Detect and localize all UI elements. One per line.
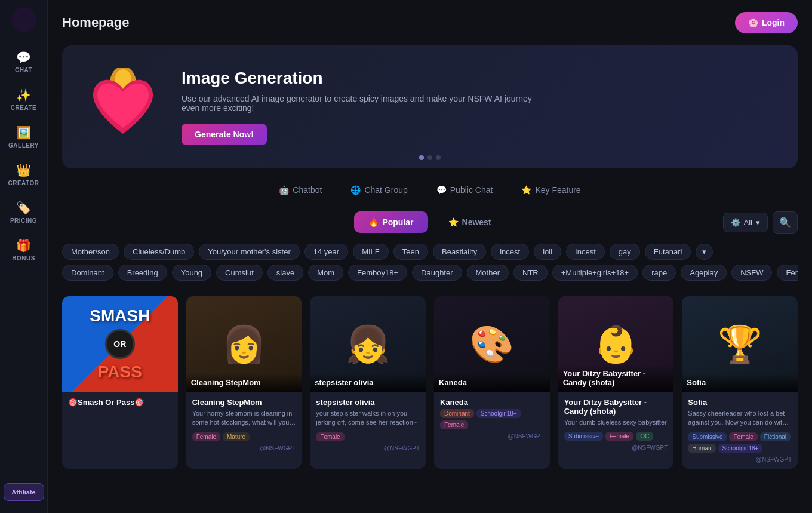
- list-item[interactable]: Ageplay: [681, 265, 727, 281]
- card-kaneda[interactable]: 🎨 Kaneda Kaneda DominantSchoolgirl18+Fem…: [434, 296, 550, 469]
- banner-content: Image Generation Use our advanced AI ima…: [182, 69, 779, 145]
- list-item[interactable]: Clueless/Dumb: [124, 244, 194, 260]
- list-item[interactable]: slave: [267, 265, 303, 281]
- tab-chatbot[interactable]: 🤖 Chatbot: [268, 180, 333, 199]
- bonus-icon: 🎁: [16, 238, 31, 253]
- affiliate-button[interactable]: Affiliate: [4, 483, 44, 501]
- sidebar-item-pricing[interactable]: 🏷️ PRICING: [0, 195, 47, 230]
- card-title: Kaneda: [440, 398, 544, 407]
- tab-public-chat[interactable]: 💬 Public Chat: [426, 180, 504, 199]
- list-item[interactable]: Dominant: [62, 265, 113, 281]
- list-item[interactable]: Mom: [308, 265, 343, 281]
- sidebar: 🌸 💬 CHAT ✨ CREATE 🖼️ GALLERY 👑 CREATOR 🏷…: [0, 0, 48, 513]
- card-overlay: stepsister olivia: [310, 373, 426, 392]
- or-badge: OR: [105, 329, 135, 359]
- list-item[interactable]: Teen: [393, 244, 428, 260]
- tags-container: Mother/sonClueless/DumbYou/your mother's…: [62, 244, 798, 285]
- newest-filter-button[interactable]: ⭐ Newest: [434, 211, 506, 233]
- sidebar-item-creator[interactable]: 👑 CREATOR: [0, 157, 47, 192]
- chat-group-icon: 🌐: [350, 185, 361, 195]
- card-tag: Submissive: [564, 432, 603, 441]
- card-title: stepsister olivia: [316, 398, 420, 407]
- card-overlay-title: Kaneda: [439, 378, 545, 387]
- login-button[interactable]: 🌸 Login: [735, 12, 798, 33]
- card-overlay: Kaneda: [434, 373, 550, 392]
- expand-tags-button[interactable]: ▾: [696, 244, 713, 260]
- sidebar-item-bonus[interactable]: 🎁 BONUS: [0, 232, 47, 268]
- card-cleaning-stepmom[interactable]: 👩 Cleaning StepMom Cleaning StepMom Your…: [186, 296, 302, 469]
- tab-chat-group[interactable]: 🌐 Chat Group: [340, 180, 418, 199]
- list-item[interactable]: gay: [610, 244, 640, 260]
- list-item[interactable]: loli: [534, 244, 561, 260]
- creator-icon: 👑: [16, 163, 31, 177]
- search-button[interactable]: 🔍: [773, 211, 798, 234]
- list-item[interactable]: Beastiality: [433, 244, 486, 260]
- svg-point-0: [11, 7, 36, 32]
- card-smash-or-pass[interactable]: SMASH OR PASS 🎯Smash Or Pass🎯: [62, 296, 178, 469]
- list-item[interactable]: Breeding: [118, 265, 167, 281]
- tab-navigation: 🤖 Chatbot 🌐 Chat Group 💬 Public Chat ⭐ K…: [62, 180, 798, 199]
- card-title: Cleaning StepMom: [192, 398, 296, 407]
- create-icon: ✨: [16, 88, 31, 102]
- all-dropdown[interactable]: ⚙️ All ▾: [723, 213, 768, 232]
- card-overlay: Cleaning StepMom: [186, 373, 302, 392]
- smash-card-body: 🎯Smash Or Pass🎯: [62, 392, 178, 415]
- list-item[interactable]: Daughter: [412, 265, 462, 281]
- list-item[interactable]: NTR: [513, 265, 548, 281]
- list-item[interactable]: Mother/son: [62, 244, 119, 260]
- card-tag: Mature: [223, 432, 250, 441]
- card-ditzy-babysitter[interactable]: 👶 Your Ditzy Babysitter - Candy (shota) …: [558, 296, 674, 469]
- card-body: Kaneda DominantSchoolgirl18+Female @NSFW…: [434, 392, 550, 446]
- list-item[interactable]: Futanari: [645, 244, 691, 260]
- list-item[interactable]: You/your mother's sister: [199, 244, 300, 260]
- sidebar-item-create[interactable]: ✨ CREATE: [0, 82, 47, 117]
- popular-filter-button[interactable]: 🔥 Popular: [354, 211, 427, 233]
- generate-button[interactable]: Generate Now!: [182, 124, 267, 145]
- list-item[interactable]: Femboy18+: [348, 265, 407, 281]
- card-image: 🎨 Kaneda: [434, 296, 550, 392]
- logo[interactable]: 🌸: [11, 7, 36, 35]
- smash-title: SMASH: [90, 306, 150, 325]
- card-title: Sofia: [688, 398, 792, 407]
- banner-dots: [419, 155, 441, 160]
- banner-dot-1[interactable]: [419, 155, 424, 160]
- page-title: Homepage: [62, 15, 129, 30]
- card-overlay-title: stepsister olivia: [315, 378, 421, 387]
- list-item[interactable]: Young: [172, 265, 211, 281]
- card-creator: @NSFWGPT: [564, 444, 668, 451]
- list-item[interactable]: MILF: [353, 244, 389, 260]
- banner-image: [81, 62, 165, 152]
- card-tag: Fictional: [760, 432, 791, 441]
- tags-row-2: DominantBreedingYoungCumslutslaveMomFemb…: [62, 265, 798, 281]
- card-stepsister-olivia[interactable]: 👧 stepsister olivia stepsister olivia yo…: [310, 296, 426, 469]
- card-image: 👶 Your Ditzy Babysitter - Candy (shota): [558, 296, 674, 392]
- list-item[interactable]: incest: [491, 244, 529, 260]
- card-creator: @NSFWGPT: [192, 445, 296, 451]
- sidebar-item-chat[interactable]: 💬 CHAT: [0, 44, 47, 79]
- card-tag: Female: [729, 432, 757, 441]
- list-item[interactable]: Mother: [467, 265, 509, 281]
- card-sofia[interactable]: 🏆 Sofia Sofia Sassy cheerleader who lost…: [682, 296, 798, 469]
- card-tag: Female: [316, 432, 344, 441]
- list-item[interactable]: Incest: [566, 244, 605, 260]
- chat-icon: 💬: [16, 50, 31, 64]
- list-item[interactable]: rape: [642, 265, 676, 281]
- main-content: Homepage 🌸 Login Image Generation Use ou…: [48, 0, 812, 513]
- card-tags: SubmissiveFemaleOC: [564, 432, 668, 441]
- list-item[interactable]: Femdom: [777, 265, 798, 281]
- pass-title: PASS: [90, 363, 150, 382]
- pricing-icon: 🏷️: [16, 201, 31, 215]
- list-item[interactable]: +Multiple+girls+18+: [552, 265, 638, 281]
- sidebar-item-gallery[interactable]: 🖼️ GALLERY: [0, 119, 47, 155]
- list-item[interactable]: Cumslut: [216, 265, 263, 281]
- banner-description: Use our advanced AI image generator to c…: [182, 94, 540, 113]
- banner-dot-3[interactable]: [436, 155, 441, 160]
- card-creator: @NSFWGPT: [440, 433, 544, 440]
- card-image: 🏆 Sofia: [682, 296, 798, 392]
- list-item[interactable]: 14 year: [304, 244, 348, 260]
- list-item[interactable]: NSFW: [731, 265, 772, 281]
- card-overlay-title: Your Ditzy Babysitter - Candy (shota): [563, 369, 669, 387]
- banner-dot-2[interactable]: [427, 155, 432, 160]
- tab-key-feature[interactable]: ⭐ Key Feature: [510, 180, 591, 199]
- card-body: stepsister olivia your step sister walks…: [310, 392, 426, 457]
